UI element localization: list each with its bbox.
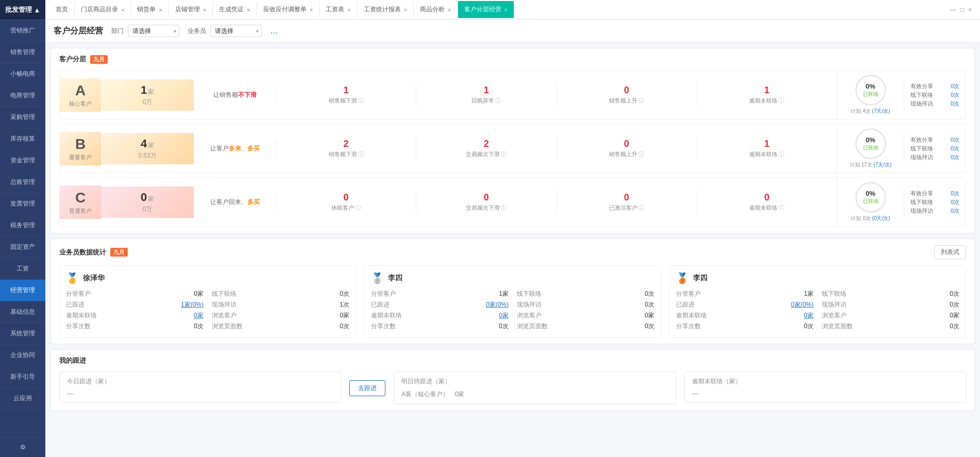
tier-main-a: 1家0万 [101,79,194,111]
plan-link[interactable]: (7天/次) [872,108,890,114]
tier-contact-a: 0% 已联络 计划 4次 (7天/次) [837,71,904,119]
tab-close-icon[interactable]: × [448,7,451,13]
tab-close-icon[interactable]: × [159,7,162,13]
info-icon[interactable]: ⓘ [495,97,501,105]
tab-首页[interactable]: 首页 [49,1,75,18]
stat-label: 销售额上升 ⓘ [609,150,644,158]
dept-select[interactable]: 请选择 [128,25,179,37]
staff-medal: 🥉 [676,272,689,284]
maximize-icon[interactable]: □ [960,6,964,13]
list-view-button[interactable]: 列表式 [934,245,966,259]
stat-val[interactable]: 0家 [194,311,204,320]
goto-followup-button[interactable]: 去跟进 [349,380,385,396]
sidebar-item-dsgl[interactable]: 电商管理 [0,85,45,107]
info-icon[interactable]: ⓘ [355,204,361,212]
sidebar-item-fpgl[interactable]: 发票管理 [0,193,45,215]
info-icon[interactable]: ⓘ [779,97,784,105]
sidebar-brand[interactable]: 批发管理 ▲ [0,0,45,20]
staff-select-wrapper: 请选择 [210,25,262,37]
sidebar-item-gz[interactable]: 工资 [0,258,45,280]
tab-门店商品目录[interactable]: 门店商品目录× [75,1,131,18]
stat-num: 2 [344,139,349,149]
info-icon[interactable]: ⓘ [779,150,784,158]
stat-val[interactable]: 1家(0%) [181,300,204,309]
sidebar-item-yxzc[interactable]: 营销推广 [0,20,45,42]
stat-val[interactable]: 0家 [499,311,509,320]
sidebar-item-gdzy[interactable]: 固定资产 [0,236,45,258]
tab-close-icon[interactable]: × [504,7,508,13]
tab-商品分析[interactable]: 商品分析× [414,1,458,18]
info-icon[interactable]: ⓘ [358,150,364,158]
tab-label: 店铺管理 [175,5,200,14]
sidebar-item-xsyd[interactable]: 新手引导 [0,366,45,388]
tab-客户分层经营[interactable]: 客户分层经营× [458,1,514,18]
tab-close-icon[interactable]: × [121,7,124,13]
tab-工资统计报表[interactable]: 工资统计报表× [358,1,414,18]
action-count[interactable]: 0次 [951,136,959,144]
sidebar-item-xtgl[interactable]: 系统管理 [0,323,45,345]
tab-close-icon[interactable]: × [347,7,350,13]
minimize-icon[interactable]: — [950,6,956,13]
action-count[interactable]: 0次 [951,198,959,206]
tab-销货单[interactable]: 销货单× [131,1,168,18]
tier-row-c: C普通客户0家0万让客户回来、多买0休眠客户 ⓘ0交易频次下滑 ⓘ0已激活客户 … [59,177,966,227]
plan-link[interactable]: (0天/次) [872,215,890,221]
sidebar-item-kchj[interactable]: 库存核算 [0,128,45,150]
staff-grid: 🥇徐泽华分管客户0家线下联络0次已跟进1家(0%)现场拜访1次逾期未联络0家浏览… [59,265,966,337]
action-count[interactable]: 0次 [951,82,959,90]
close-window-icon[interactable]: × [968,6,972,13]
action-count[interactable]: 0次 [951,145,959,153]
tab-工资表[interactable]: 工资表× [319,1,357,18]
staff-stat-row: 浏览页面数0次 [517,322,654,331]
tab-close-icon[interactable]: × [310,7,313,13]
action-count[interactable]: 0次 [951,91,959,99]
more-button[interactable]: … [270,27,278,35]
action-line: 现场拜访0次 [910,100,959,108]
staff-filter-group: 业务员 请选择 [188,25,262,37]
sidebar-item-cggl[interactable]: 采购管理 [0,107,45,128]
sidebar-item-qyxy[interactable]: 企业协同 [0,345,45,366]
info-icon[interactable]: ⓘ [779,204,784,212]
stat-val[interactable]: 0家 [804,311,814,320]
info-icon[interactable]: ⓘ [638,97,644,105]
stat-label: 已跟进 [66,300,85,309]
info-icon[interactable]: ⓘ [501,150,506,158]
tier-letter: C [75,190,86,206]
sidebar-item-jygl[interactable]: 经营管理 [0,280,45,301]
info-icon[interactable]: ⓘ [501,204,506,212]
staff-select[interactable]: 请选择 [210,25,262,37]
tab-close-icon[interactable]: × [203,7,206,13]
action-count[interactable]: 0次 [951,154,959,161]
info-icon[interactable]: ⓘ [638,150,644,158]
stat-val[interactable]: 0家(0%) [791,300,814,309]
action-count[interactable]: 0次 [951,207,959,215]
plan-link[interactable]: (7天/次) [873,162,891,167]
tab-close-icon[interactable]: × [404,7,407,13]
sidebar-item-yy[interactable]: 云应用 [0,388,45,410]
tab-应收应付调整单[interactable]: 应收应付调整单× [257,1,319,18]
tab-店铺管理[interactable]: 店铺管理× [169,1,213,18]
sidebar-item-zjgl[interactable]: 资金管理 [0,150,45,172]
action-count[interactable]: 0次 [951,190,959,197]
sidebar-item-xbdc[interactable]: 小畅电商 [0,63,45,85]
action-count[interactable]: 0次 [951,100,959,108]
tier-label-b: B重要客户 [60,132,101,165]
tier-letter: B [75,136,86,153]
info-icon[interactable]: ⓘ [358,97,364,105]
tier-container: A核心客户1家0万让销售额不下滑1销售额下滑 ⓘ1回购异常 ⓘ0销售额上升 ⓘ1… [59,70,966,227]
tier-name: 普通客户 [69,207,92,215]
staff-stat-row: 浏览客户0家 [212,311,349,320]
sidebar-item-jcxx[interactable]: 基础信息 [0,301,45,323]
tier-month-badge: 九月 [90,55,108,64]
sidebar-item-zzgl[interactable]: 总账管理 [0,172,45,193]
stat-val[interactable]: 0家(0%) [486,300,509,309]
sidebar-settings[interactable]: ⚙ [0,437,45,457]
info-icon[interactable]: ⓘ [638,204,644,212]
stat-val: 0次 [950,290,959,298]
tab-生成凭证[interactable]: 生成凭证× [213,1,257,18]
sidebar-item-xsgl[interactable]: 销售管理 [0,42,45,63]
staff-stat-row: 分享次数0次 [66,322,204,331]
tier-main-b: 4家0.53万 [101,133,194,164]
sidebar-item-ssgl[interactable]: 税务管理 [0,215,45,236]
tab-close-icon[interactable]: × [247,7,250,13]
